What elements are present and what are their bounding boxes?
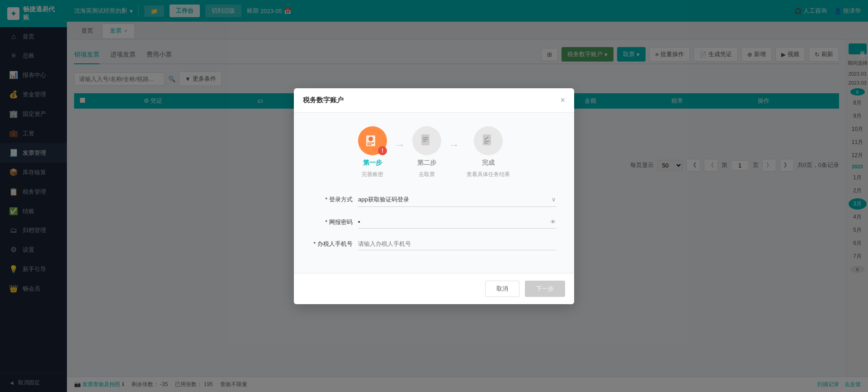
- svg-point-1: [368, 137, 373, 141]
- step-2-desc: 去取票: [419, 171, 435, 178]
- modal-header: 税务数字账户 ×: [294, 88, 574, 113]
- steps-container: ! 第一步 完善账密 → 第二步: [312, 126, 556, 178]
- modal-footer: 取消 下一步: [294, 273, 574, 304]
- step-3-desc: 查看具体任务结果: [467, 171, 510, 178]
- step-3: 完成 查看具体任务结果: [467, 126, 510, 178]
- modal-body: ! 第一步 完善账密 → 第二步: [294, 113, 574, 273]
- phone-label: * 办税人手机号: [312, 240, 353, 248]
- step-3-label: 完成: [482, 159, 495, 167]
- password-label: * 网报密码: [312, 218, 353, 226]
- tax-digital-modal: 税务数字账户 × ! 第一步: [294, 88, 574, 304]
- modal-overlay[interactable]: 税务数字账户 × ! 第一步: [0, 0, 868, 392]
- svg-rect-9: [484, 141, 490, 142]
- step-arrow-1: →: [394, 139, 405, 166]
- svg-rect-8: [483, 134, 491, 145]
- step-2: 第二步 去取票: [412, 126, 441, 178]
- cancel-btn[interactable]: 取消: [485, 281, 519, 297]
- step-1-label: 第一步: [363, 159, 382, 167]
- modal-form: * 登录方式 app获取验证码登录 ∨ * 网报密码 👁 * 办: [312, 193, 556, 250]
- svg-rect-5: [423, 137, 428, 138]
- password-toggle-btn[interactable]: 👁: [550, 219, 556, 225]
- login-method-label: * 登录方式: [312, 196, 353, 204]
- svg-rect-7: [423, 141, 426, 142]
- svg-rect-2: [367, 143, 374, 143]
- modal-title: 税务数字账户: [303, 96, 344, 105]
- svg-rect-6: [423, 139, 428, 140]
- login-method-select[interactable]: app获取验证码登录 ∨: [358, 193, 556, 207]
- step-1-badge: !: [378, 146, 387, 155]
- login-method-arrow: ∨: [552, 196, 556, 203]
- step-arrow-2: →: [448, 139, 459, 166]
- step-2-label: 第二步: [417, 159, 436, 167]
- password-row: * 网报密码 👁: [312, 216, 556, 229]
- step-1-icon: !: [358, 126, 387, 155]
- phone-row: * 办税人手机号: [312, 238, 556, 250]
- password-wrapper: 👁: [358, 216, 556, 229]
- step-2-icon: [412, 126, 441, 155]
- step-1: ! 第一步 完善账密: [358, 126, 387, 178]
- login-method-value: app获取验证码登录: [358, 196, 552, 204]
- phone-input[interactable]: [358, 238, 556, 250]
- login-method-row: * 登录方式 app获取验证码登录 ∨: [312, 193, 556, 207]
- step-1-desc: 完善账密: [362, 171, 383, 178]
- password-input[interactable]: [358, 216, 550, 228]
- svg-rect-10: [484, 143, 488, 143]
- step-3-icon: [474, 126, 503, 155]
- modal-close-btn[interactable]: ×: [560, 96, 565, 105]
- next-btn[interactable]: 下一步: [525, 281, 565, 297]
- svg-rect-3: [367, 144, 372, 145]
